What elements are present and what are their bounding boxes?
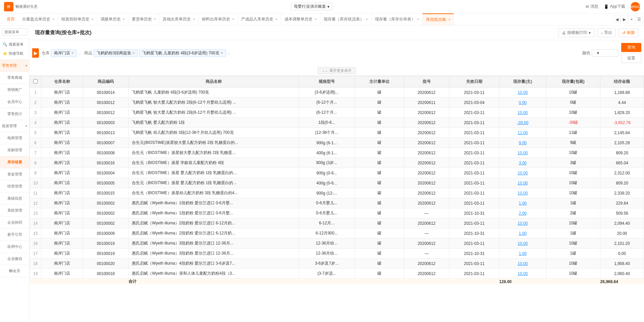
setting-button[interactable]: 设置	[621, 53, 641, 63]
product-dots[interactable]: ...	[227, 51, 231, 55]
sidebar-item-collab[interactable]: 企业协同	[0, 217, 29, 229]
cell-stock-main[interactable]: 10.00	[499, 259, 546, 269]
industry-select[interactable]: 母婴行业演示账套 ▾	[291, 3, 332, 10]
message-btn[interactable]: ✉ 消息	[586, 4, 598, 9]
sidebar-item-basic-info[interactable]: 基础信息	[0, 193, 29, 205]
sidebar-item-ecommerce[interactable]: 电商管理	[0, 132, 29, 144]
cell-stock-main[interactable]: 9.00	[499, 138, 546, 148]
search-input[interactable]	[2, 28, 27, 36]
tab-close-btn[interactable]: ×	[628, 16, 635, 23]
tab-cost-adj[interactable]: 成本调整单历史 ×	[281, 13, 320, 25]
sidebar-item-app-center[interactable]: 应用中心	[0, 241, 29, 253]
tab-close-stock-status[interactable]: ×	[366, 17, 368, 21]
cell-stock-main[interactable]: -39.00	[499, 118, 546, 128]
cell-stock-pack: 10罐	[546, 188, 600, 198]
remove-product2-icon[interactable]: ×	[221, 51, 223, 55]
tab-close-request[interactable]: ×	[154, 17, 156, 21]
cell-no: 17	[30, 249, 41, 259]
query-btns: 查询 设置	[621, 43, 641, 63]
cell-stock-main[interactable]: 11.00	[499, 128, 546, 138]
sidebar-item-inventory[interactable]: 库存核算	[0, 156, 29, 168]
tab-stock-status[interactable]: 现存量（库存状况表） ×	[320, 13, 372, 25]
cell-stock-main[interactable]: 10.00	[499, 218, 546, 228]
product-tag2[interactable]: 飞鹤星飞帆 儿童奶粉 4段(3-6岁适用) 700克 ×	[139, 49, 226, 57]
tab-close-product-in[interactable]: ×	[275, 17, 277, 21]
select-all-checkbox[interactable]	[33, 79, 38, 84]
tab-close-batch[interactable]: ×	[448, 18, 450, 21]
export-button[interactable]: ↓ 导出	[597, 28, 616, 37]
tab-close-dismantle[interactable]: ×	[92, 17, 94, 21]
tab-product-in[interactable]: 产成品入库单历史 ×	[238, 13, 281, 25]
refresh-button[interactable]: ↺ 刷新	[619, 28, 639, 37]
cell-stock-main[interactable]: 1.00	[499, 249, 546, 259]
tab-prev-btn[interactable]: ◀	[613, 16, 621, 23]
product-tag1[interactable]: 飞鹤奶粉3段两提装 ×	[94, 49, 138, 57]
sidebar-item-purchase[interactable]: 采购管理	[0, 144, 29, 156]
sidebar-item-system[interactable]: 系统管理	[0, 205, 29, 217]
tab-split[interactable]: 分量盘点单历史 ×	[19, 13, 58, 25]
cell-name: 合生元（BIOSTIME）派星 婴儿配方奶粉 1段 乳糖蛋白的...	[128, 178, 299, 188]
query-button[interactable]: 查询	[621, 43, 641, 52]
tab-stock-dist[interactable]: 现存量（库存分布表） ×	[372, 13, 423, 25]
sidebar-item-retail-mall[interactable]: 零售商城	[0, 72, 29, 84]
sidebar-item-member2[interactable]: 畅会员	[0, 265, 29, 277]
sidebar-item-enterprise-wechat[interactable]: 企业微信	[0, 253, 29, 265]
sidebar-nav-search[interactable]: 🔍 搜索菜单	[0, 40, 29, 49]
cell-stock-main[interactable]: 1.00	[499, 228, 546, 238]
tab-next-btn[interactable]: ▶	[621, 16, 628, 23]
sidebar-item-operations[interactable]: 经营管理	[0, 180, 29, 193]
tab-close-stock-dist[interactable]: ×	[417, 17, 419, 21]
avatar[interactable]: demo2	[631, 2, 640, 11]
sidebar-item-wholesale[interactable]: 批发管理 ▾	[0, 120, 29, 132]
tab-menu-btn[interactable]: ☰	[635, 16, 643, 23]
cell-stock-main[interactable]: 10.00	[499, 108, 546, 118]
cell-stock-main[interactable]: 10.00	[499, 238, 546, 249]
cell-stock-main[interactable]: 10.00	[499, 88, 546, 98]
app-download-btn[interactable]: 📱 App下载	[604, 4, 625, 9]
tab-pick[interactable]: 调拨单历史 ×	[97, 13, 128, 25]
cell-spec: 900g (12-...	[299, 188, 355, 198]
sidebar-item-retail-stats[interactable]: 零售统计	[0, 108, 29, 120]
tab-request[interactable]: 要货单历史 ×	[128, 13, 160, 25]
remove-warehouse-icon[interactable]: ×	[71, 51, 74, 55]
sidebar-item-marketing[interactable]: 营销推广	[0, 84, 29, 96]
cell-stock-main[interactable]: 10.00	[499, 178, 546, 188]
color-select[interactable]: ▾	[592, 49, 619, 57]
warehouse-dots[interactable]: ...	[78, 51, 82, 55]
cell-unit: 罐	[355, 238, 404, 249]
cell-stock-main[interactable]: 10.00	[499, 148, 546, 158]
tab-dismantle[interactable]: 组装拆卸单历史 ×	[58, 13, 97, 25]
warehouse-tag[interactable]: 南岸门店 ×	[51, 49, 77, 57]
tab-home[interactable]: 首页	[3, 16, 19, 22]
cell-unit: 罐	[355, 128, 404, 138]
cell-stock-main[interactable]: 10.00	[499, 168, 546, 178]
cell-stock-main[interactable]: 10.00	[499, 269, 546, 279]
sidebar-item-member[interactable]: 会员中心	[0, 96, 29, 108]
expand-more-btn[interactable]: ⌄⌄ 展开更多条件	[318, 67, 356, 74]
cell-warehouse: 南岸门店	[41, 178, 83, 188]
tab-close-material-out[interactable]: ×	[232, 17, 234, 21]
cell-stock-main[interactable]: 0.00	[499, 98, 546, 108]
cell-stock-main[interactable]: 2.00	[499, 208, 546, 218]
tab-close-pick[interactable]: ×	[123, 17, 125, 21]
cell-stock-main[interactable]: 1.00	[499, 198, 546, 208]
filter-toggle-btn[interactable]: ▶	[32, 48, 39, 58]
print-icon: 🖨	[562, 31, 566, 35]
tab-other-out[interactable]: 其他出库单历史 ×	[159, 13, 199, 25]
sidebar-item-finance[interactable]: 资金管理	[0, 168, 29, 180]
warehouse-label: 仓库	[42, 50, 50, 56]
col-checkbox[interactable]	[30, 76, 41, 88]
tab-close-cost-adj[interactable]: ×	[315, 17, 317, 21]
print-button[interactable]: 🖨 按模板打印 ▾	[558, 28, 594, 37]
cell-warehouse: 南岸门店	[41, 168, 83, 178]
tab-material-out[interactable]: 材料出库单历史 ×	[199, 13, 238, 25]
tab-close-other-out[interactable]: ×	[193, 17, 195, 21]
tab-batch[interactable]: 库存批次账 ×	[423, 13, 454, 25]
remove-product1-icon[interactable]: ×	[132, 51, 135, 55]
tab-close-split[interactable]: ×	[52, 17, 54, 21]
sidebar-item-retail-mgmt[interactable]: 零售管理 ▾	[0, 60, 29, 72]
cell-stock-main[interactable]: 3.00	[499, 158, 546, 168]
sidebar-item-guide[interactable]: 新手引导	[0, 229, 29, 241]
cell-stock-main[interactable]: 10.00	[499, 188, 546, 198]
sidebar-nav-shortcut[interactable]: ⭐ 快捷导航	[0, 49, 29, 58]
